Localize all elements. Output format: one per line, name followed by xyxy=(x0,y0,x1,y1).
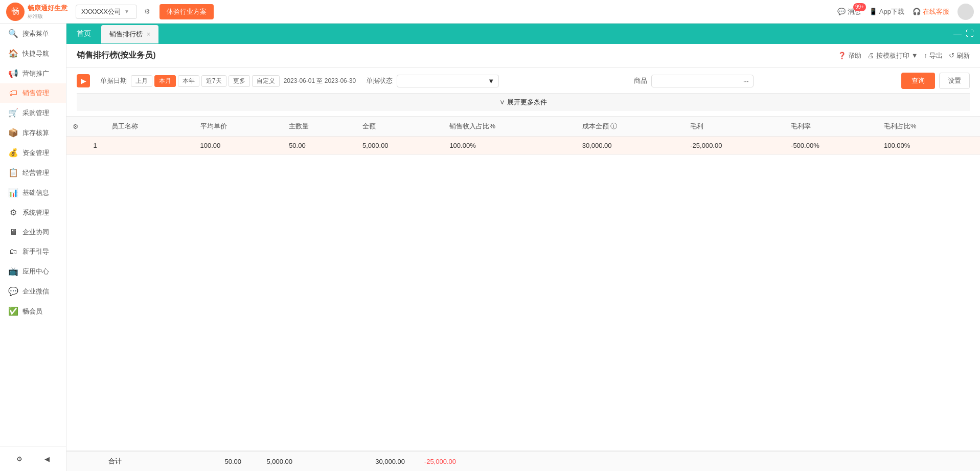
cell-gross-pct-0: 100.00% xyxy=(878,137,980,155)
sidebar-footer-collapse[interactable]: ◀ xyxy=(41,452,53,466)
sidebar-icon-3: 🏷 xyxy=(8,88,18,98)
sidebar-label-8: 基础信息 xyxy=(22,188,49,197)
cell-name-0 xyxy=(105,137,194,155)
sidebar-item-10[interactable]: 🖥企业协同 xyxy=(0,222,66,242)
footer-amount: 5,000.00 xyxy=(252,458,303,465)
sidebar-label-0: 搜索菜单 xyxy=(22,29,49,38)
message-icon: 💬 xyxy=(837,8,846,15)
goods-select[interactable]: ··· xyxy=(651,75,754,87)
sidebar-item-2[interactable]: 📢营销推广 xyxy=(0,63,66,83)
company-name: XXXXXX公司 xyxy=(81,7,121,16)
sidebar-label-7: 经营管理 xyxy=(22,168,49,177)
sidebar-icon-10: 🖥 xyxy=(8,228,18,237)
sidebar-item-9[interactable]: ⚙系统管理 xyxy=(0,203,66,222)
page-title: 销售排行榜(按业务员) xyxy=(77,50,156,61)
help-label: 帮助 xyxy=(848,51,861,60)
sidebar-item-0[interactable]: 🔍搜索菜单 xyxy=(0,24,66,43)
print-button[interactable]: 🖨 按模板打印 ▼ xyxy=(868,51,918,60)
query-button[interactable]: 查询 xyxy=(901,73,935,89)
sidebar-label-4: 采购管理 xyxy=(22,108,49,118)
print-icon: 🖨 xyxy=(868,52,874,59)
cell-avg-price-0: 100.00 xyxy=(194,137,283,155)
cell-settings-0[interactable] xyxy=(66,137,85,155)
sidebar-item-6[interactable]: 💰资金管理 xyxy=(0,143,66,163)
tab-minimize-icon[interactable]: — xyxy=(953,29,962,38)
col-settings[interactable]: ⚙ xyxy=(66,117,85,137)
sidebar-label-10: 企业协同 xyxy=(22,228,49,237)
footer-qty: 50.00 xyxy=(211,458,252,465)
message-badge: 99+ xyxy=(853,3,866,11)
sidebar-icon-6: 💰 xyxy=(8,148,18,158)
refresh-button[interactable]: ↺ 刷新 xyxy=(949,51,970,60)
sidebar-icon-7: 📋 xyxy=(8,168,18,177)
logo-title: 畅康通好生意 xyxy=(28,4,67,13)
export-icon: ↑ xyxy=(924,52,928,59)
app-download-button[interactable]: 📱 App下载 xyxy=(869,7,904,16)
col-qty: 主数量 xyxy=(283,117,356,137)
sidebar-label-1: 快捷导航 xyxy=(22,49,49,58)
date-btn-more[interactable]: 更多 xyxy=(229,75,250,87)
message-button[interactable]: 💬 消息 99+ xyxy=(837,7,861,16)
sidebar-icon-14: ✅ xyxy=(8,306,18,316)
help-icon: ❓ xyxy=(838,52,846,59)
sidebar-footer-settings[interactable]: ⚙ xyxy=(13,452,26,466)
date-btn-custom[interactable]: 自定义 xyxy=(252,75,280,87)
goods-filter-label: 商品 xyxy=(634,76,647,85)
col-employee-name: 员工名称 xyxy=(105,117,194,137)
chevron-down-icon: ▼ xyxy=(124,9,129,14)
sidebar-label-5: 库存核算 xyxy=(22,128,49,138)
export-button[interactable]: ↑ 导出 xyxy=(924,51,943,60)
col-amount: 全额 xyxy=(356,117,443,137)
help-button[interactable]: ❓ 帮助 xyxy=(838,51,861,60)
logo-sub: 标准版 xyxy=(28,13,67,20)
status-chevron-icon: ▼ xyxy=(488,77,494,85)
experience-button[interactable]: 体验行业方案 xyxy=(159,4,214,19)
tab-label: 销售排行榜 xyxy=(109,30,143,39)
app-logo-text: 畅康通好生意 标准版 xyxy=(28,4,67,20)
date-btn-7days[interactable]: 近7天 xyxy=(201,75,226,87)
sidebar-item-7[interactable]: 📋经营管理 xyxy=(0,163,66,183)
filter-toggle-arrow[interactable]: ▶ xyxy=(77,74,90,87)
expand-more-icon: ∨ xyxy=(499,98,505,106)
sidebar-item-8[interactable]: 📊基础信息 xyxy=(0,183,66,203)
settings-button[interactable]: 设置 xyxy=(939,73,970,89)
sidebar-item-12[interactable]: 📺应用中心 xyxy=(0,261,66,281)
col-avg-price: 平均单价 xyxy=(194,117,283,137)
footer-cost: 30,000.00 xyxy=(364,458,415,465)
tab-home[interactable]: 首页 xyxy=(66,24,101,44)
online-support-button[interactable]: 🎧 在线客服 xyxy=(913,7,949,16)
export-label: 导出 xyxy=(929,51,943,60)
sidebar-item-1[interactable]: 🏠快捷导航 xyxy=(0,43,66,63)
tab-sales-ranking[interactable]: 销售排行榜 × xyxy=(101,25,158,43)
date-btn-this-year[interactable]: 本年 xyxy=(178,75,199,87)
cell-gross-0: -25,000.00 xyxy=(684,137,785,155)
sidebar-item-14[interactable]: ✅畅会员 xyxy=(0,301,66,321)
date-filter-label: 单据日期 xyxy=(100,76,127,85)
sidebar-item-3[interactable]: 🏷销售管理 xyxy=(0,83,66,103)
sidebar-item-5[interactable]: 📦库存核算 xyxy=(0,123,66,143)
date-btn-this-month[interactable]: 本月 xyxy=(154,75,176,87)
company-selector[interactable]: XXXXXX公司 ▼ xyxy=(76,5,137,19)
data-table-container: ⚙ 员工名称 平均单价 主数量 全额 销售收入占比% 成本全额 ⓘ 毛利 毛利率 xyxy=(66,117,980,451)
sidebar-item-11[interactable]: 🗂新手引导 xyxy=(0,242,66,261)
tab-maximize-icon[interactable]: ⛶ xyxy=(966,29,974,38)
col-gross: 毛利 xyxy=(684,117,785,137)
sidebar-label-11: 新手引导 xyxy=(22,247,49,256)
print-chevron-icon: ▼ xyxy=(911,52,918,59)
sidebar-icon-2: 📢 xyxy=(8,69,18,78)
sidebar-icon-11: 🗂 xyxy=(8,247,18,256)
sidebar-icon-5: 📦 xyxy=(8,128,18,138)
sidebar-item-4[interactable]: 🛒采购管理 xyxy=(0,103,66,123)
sidebar-icon-8: 📊 xyxy=(8,188,18,197)
cell-gross-rate-0: -500.00% xyxy=(785,137,878,155)
user-avatar[interactable] xyxy=(958,4,974,20)
support-icon: 🎧 xyxy=(913,8,921,15)
date-btn-last-month[interactable]: 上月 xyxy=(131,75,152,87)
cell-amount-0: 5,000.00 xyxy=(356,137,443,155)
status-select[interactable]: ▼ xyxy=(397,75,499,87)
tab-close-icon[interactable]: × xyxy=(147,31,150,38)
sidebar-item-13[interactable]: 💬企业微信 xyxy=(0,281,66,301)
settings-icon[interactable]: ⚙ xyxy=(140,5,154,19)
footer-gross: -25,000.00 xyxy=(415,458,466,465)
expand-more-label[interactable]: 展开更多条件 xyxy=(507,98,547,106)
